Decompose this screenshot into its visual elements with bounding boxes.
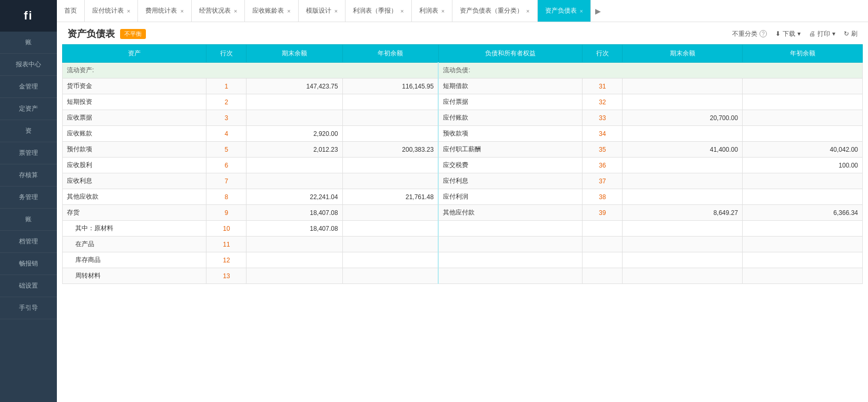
tab-operation-status[interactable]: 经营状况表 × <box>192 0 245 22</box>
tab-scroll-right[interactable]: ▶ <box>591 7 605 15</box>
sidebar-item-report-center[interactable]: 报表中心 <box>0 54 57 76</box>
right-item-name: 预收款项 <box>438 126 582 142</box>
left-begin-balance <box>342 158 438 173</box>
close-tab-template-design[interactable]: × <box>334 8 338 14</box>
download-button[interactable]: ⬇ 下载 ▾ <box>775 30 801 38</box>
left-row-num: 7 <box>206 173 246 189</box>
left-end-balance: 18,407.08 <box>246 221 342 237</box>
download-chevron-icon: ▾ <box>797 30 801 37</box>
print-label: 打印 <box>817 30 830 38</box>
download-label: 下载 <box>783 30 795 38</box>
right-row-num: 31 <box>583 79 623 94</box>
print-chevron-icon: ▾ <box>832 30 835 37</box>
left-end-balance: 147,423.75 <box>246 79 342 94</box>
col-header-row-num: 行次 <box>206 45 246 63</box>
right-begin-balance <box>743 94 863 110</box>
right-item-name: 其他应付款 <box>438 205 582 221</box>
tab-template-design[interactable]: 模版设计 × <box>299 0 346 22</box>
sidebar-item-guide[interactable]: 手引导 <box>0 297 57 319</box>
right-row-num: 34 <box>583 126 623 142</box>
left-begin-balance <box>342 173 438 189</box>
sidebar-item-inventory[interactable]: 存核算 <box>0 164 57 187</box>
sidebar-item-account[interactable]: 账 <box>0 32 57 54</box>
left-begin-balance <box>342 237 438 252</box>
right-item-name: 应付利息 <box>438 173 582 189</box>
right-end-balance <box>623 252 743 268</box>
tab-receivable-aging[interactable]: 应收账龄表 × <box>245 0 298 22</box>
page-area: 资产负债表 不平衡 不重分类 ? ⬇ 下载 ▾ 🖨 打印 ▾ <box>57 22 868 402</box>
balance-sheet-table: 资产 行次 期末余额 年初余额 负债和所有者权益 行次 期末余额 年初余额 流动… <box>62 44 863 284</box>
close-tab-balance-reclassify[interactable]: × <box>526 8 529 14</box>
close-tab-balance-sheet[interactable]: × <box>580 8 583 14</box>
close-tab-profit[interactable]: × <box>441 8 445 14</box>
left-row-num: 6 <box>206 158 246 173</box>
close-tab-receivable-aging[interactable]: × <box>287 8 290 14</box>
left-begin-balance <box>342 94 438 110</box>
left-end-balance: 18,407.08 <box>246 205 342 221</box>
left-row-num: 10 <box>206 221 246 237</box>
right-end-balance <box>623 79 743 94</box>
close-tab-payable-stats[interactable]: × <box>127 8 130 14</box>
right-begin-balance <box>743 221 863 237</box>
right-row-num: 37 <box>583 173 623 189</box>
left-end-balance <box>246 237 342 252</box>
left-item-name: 周转材料 <box>63 268 206 284</box>
refresh-button[interactable]: ↻ 刷 <box>844 30 857 38</box>
right-item-name: 应付利润 <box>438 189 582 205</box>
print-button[interactable]: 🖨 打印 ▾ <box>809 30 835 38</box>
left-row-num: 12 <box>206 252 246 268</box>
tab-balance-reclassify[interactable]: 资产负债表（重分类） × <box>452 0 537 22</box>
left-item-name: 短期投资 <box>63 94 206 110</box>
left-row-num: 1 <box>206 79 246 94</box>
left-begin-balance: 200,383.23 <box>342 142 438 158</box>
right-item-name: 应付票据 <box>438 94 582 110</box>
close-tab-expense-stats[interactable]: × <box>180 8 183 14</box>
right-end-balance <box>623 189 743 205</box>
left-row-num: 11 <box>206 237 246 252</box>
right-item-name <box>438 237 582 252</box>
section-right-label: 流动负债: <box>438 63 862 79</box>
close-tab-operation-status[interactable]: × <box>234 8 237 14</box>
page-title: 资产负债表 <box>67 27 115 40</box>
right-item-name: 短期借款 <box>438 79 582 94</box>
sidebar-item-expense-report[interactable]: 畅报销 <box>0 253 57 275</box>
tab-payable-stats[interactable]: 应付统计表 × <box>85 0 138 22</box>
sidebar-item-settings[interactable]: 础设置 <box>0 275 57 297</box>
right-begin-balance: 6,366.34 <box>743 205 863 221</box>
tab-profit-quarterly[interactable]: 利润表（季报） × <box>346 0 411 22</box>
right-item-name: 应交税费 <box>438 158 582 173</box>
right-end-balance <box>623 268 743 284</box>
tab-profit[interactable]: 利润表 × <box>412 0 452 22</box>
left-item-name: 应收账款 <box>63 126 206 142</box>
right-row-num: 36 <box>583 158 623 173</box>
left-item-name: 应收利息 <box>63 173 206 189</box>
no-reclassify-toggle[interactable]: 不重分类 ? <box>732 30 767 38</box>
sidebar-item-ticket-mgmt[interactable]: 票管理 <box>0 142 57 164</box>
sidebar-item-ledger[interactable]: 账 <box>0 209 57 231</box>
tab-balance-sheet[interactable]: 资产负债表 × <box>538 0 591 22</box>
right-row-num <box>583 221 623 237</box>
right-row-num <box>583 268 623 284</box>
tab-home[interactable]: 首页 <box>57 0 85 22</box>
left-item-name: 其他应收款 <box>63 189 206 205</box>
sidebar-item-archive-mgmt[interactable]: 档管理 <box>0 231 57 253</box>
left-row-num: 9 <box>206 205 246 221</box>
sidebar-item-capital[interactable]: 资 <box>0 120 57 142</box>
left-item-name: 其中：原材料 <box>63 221 206 237</box>
right-end-balance: 20,700.00 <box>623 110 743 126</box>
left-row-num: 3 <box>206 110 246 126</box>
tab-expense-stats[interactable]: 费用统计表 × <box>138 0 191 22</box>
left-end-balance <box>246 252 342 268</box>
col-header-liability-equity: 负债和所有者权益 <box>438 45 582 63</box>
sidebar-item-fund-mgmt[interactable]: 金管理 <box>0 76 57 98</box>
sidebar-item-tax-mgmt[interactable]: 务管理 <box>0 187 57 209</box>
right-item-name <box>438 221 582 237</box>
col-header-begin-balance2: 年初余额 <box>743 45 863 63</box>
left-row-num: 4 <box>206 126 246 142</box>
close-tab-profit-quarterly[interactable]: × <box>400 8 403 14</box>
help-icon[interactable]: ? <box>760 30 767 37</box>
left-begin-balance <box>342 252 438 268</box>
sidebar-item-fixed-assets[interactable]: 定资产 <box>0 98 57 120</box>
left-begin-balance <box>342 126 438 142</box>
left-end-balance <box>246 158 342 173</box>
